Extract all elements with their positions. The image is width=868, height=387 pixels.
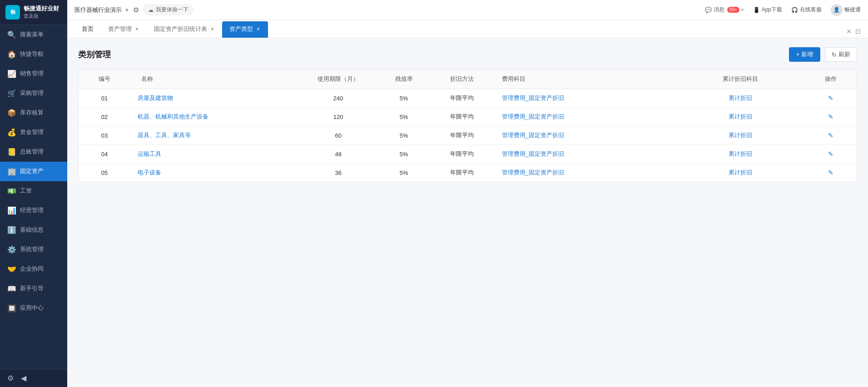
tab-home[interactable]: 首页 — [74, 21, 101, 38]
cell-action: ✎ — [805, 108, 857, 126]
message-badge: 99+ — [727, 7, 739, 13]
cell-period: 48 — [298, 145, 378, 164]
sidebar-item-sales[interactable]: 📈 销售管理 — [0, 64, 67, 84]
new-button[interactable]: + 新增 — [789, 47, 820, 62]
edit-icon[interactable]: ✎ — [828, 132, 833, 139]
page-title: 类别管理 — [78, 49, 111, 60]
close-tab-asset-mgmt[interactable]: × — [134, 26, 139, 32]
cell-accumulated: 累计折旧 — [675, 89, 805, 108]
mobile-icon: 📱 — [753, 7, 760, 13]
category-table: 编号 名称 使用期限（月） 残值率 折旧方法 费用科目 累计折旧科目 操作 01… — [78, 69, 857, 182]
app-download-button[interactable]: 📱 App下载 — [753, 6, 782, 14]
edit-icon[interactable]: ✎ — [828, 113, 833, 120]
cell-residual: 5% — [378, 108, 430, 126]
experience-button[interactable]: ☁ 我要体验一下 — [143, 4, 194, 15]
message-button[interactable]: 💬 消息 99+ + — [705, 6, 744, 14]
tabbar: 首页 资产管理 × 固定资产折旧统计表 × 资产类型 × ✕ ⊡ — [67, 20, 868, 38]
cell-method: 年限平均 — [430, 89, 494, 108]
apps-icon: 🔲 — [7, 304, 15, 313]
gear-icon[interactable]: ⚙ — [133, 6, 139, 14]
user-button[interactable]: 👤 畅捷通 — [831, 4, 861, 16]
sidebar-item-salary[interactable]: 💵 工资 — [0, 181, 67, 201]
sidebar-item-quicknav[interactable]: 🏠 快捷导航 — [0, 45, 67, 64]
sidebar: 畅 畅捷通好业财 普及版 🔍 搜索菜单 🏠 快捷导航 📈 销售管理 🛒 采购管理… — [0, 0, 67, 387]
system-icon: ⚙️ — [7, 245, 15, 254]
sidebar-item-label: 固定资产 — [20, 167, 44, 175]
table-row: 02 机器、机械和其他生产设备 120 5% 年限平均 管理费用_固定资产折旧 … — [79, 108, 857, 126]
table-body: 01 房屋及建筑物 240 5% 年限平均 管理费用_固定资产折旧 累计折旧 ✎… — [79, 89, 857, 182]
sidebar-item-apps[interactable]: 🔲 应用中心 — [0, 298, 67, 318]
tab-depreciation[interactable]: 固定资产折旧统计表 × — [147, 21, 222, 38]
sidebar-item-collab[interactable]: 🤝 企业协同 — [0, 259, 67, 279]
cell-expense: 管理费用_固定资产折旧 — [495, 145, 676, 164]
avatar: 👤 — [831, 4, 843, 16]
table-row: 03 器具、工具、家具等 60 5% 年限平均 管理费用_固定资产折旧 累计折旧… — [79, 126, 857, 145]
window-close-icon[interactable]: ✕ — [846, 28, 852, 35]
cell-id: 05 — [79, 164, 130, 182]
tab-depreciation-label: 固定资产折旧统计表 — [154, 25, 207, 33]
cell-expense: 管理费用_固定资产折旧 — [495, 108, 676, 126]
customer-service-button[interactable]: 🎧 在线客服 — [791, 6, 822, 14]
sidebar-item-basic[interactable]: ℹ️ 基础信息 — [0, 220, 67, 240]
tab-asset-type-label: 资产类型 — [229, 25, 253, 33]
company-selector[interactable]: 医疗器械行业演示 ▼ — [74, 6, 129, 14]
col-header-accumulated: 累计折旧科目 — [675, 69, 805, 89]
cell-period: 240 — [298, 89, 378, 108]
sidebar-item-inventory[interactable]: 📦 库存核算 — [0, 103, 67, 123]
settings-icon[interactable]: ⚙ — [7, 374, 14, 382]
sidebar-item-search[interactable]: 🔍 搜索菜单 — [0, 25, 67, 45]
cell-residual: 5% — [378, 126, 430, 145]
cell-method: 年限平均 — [430, 126, 494, 145]
sidebar-footer: ⚙ ◀ — [0, 369, 67, 387]
refresh-button[interactable]: ↻ 刷新 — [825, 47, 857, 62]
refresh-icon: ↻ — [832, 51, 837, 58]
cell-name: 运输工具 — [130, 145, 298, 164]
purchase-icon: 🛒 — [7, 89, 15, 98]
home-icon: 🏠 — [7, 50, 15, 59]
ledger-icon: 📒 — [7, 148, 15, 156]
sidebar-item-ledger[interactable]: 📒 总账管理 — [0, 142, 67, 162]
col-header-method: 折旧方法 — [430, 69, 494, 89]
tab-asset-type[interactable]: 资产类型 × — [222, 21, 268, 38]
sidebar-item-funds[interactable]: 💰 资金管理 — [0, 123, 67, 142]
col-header-action: 操作 — [805, 69, 857, 89]
sidebar-item-operation[interactable]: 📊 经营管理 — [0, 201, 67, 220]
funds-icon: 💰 — [7, 128, 15, 137]
app-title: 畅捷通好业财 — [24, 5, 59, 13]
sidebar-item-guide[interactable]: 📖 新手引导 — [0, 279, 67, 298]
app-subtitle: 普及版 — [24, 13, 59, 20]
sidebar-item-label: 搜索菜单 — [20, 30, 44, 39]
window-expand-icon[interactable]: ⊡ — [855, 28, 861, 35]
edit-icon[interactable]: ✎ — [828, 150, 833, 158]
sidebar-item-label: 快捷导航 — [20, 50, 44, 58]
sidebar-item-fixed[interactable]: 🏢 固定资产 — [0, 162, 67, 181]
cell-period: 36 — [298, 164, 378, 182]
tab-asset-mgmt-label: 资产管理 — [108, 25, 132, 33]
cell-name: 机器、机械和其他生产设备 — [130, 108, 298, 126]
table-row: 01 房屋及建筑物 240 5% 年限平均 管理费用_固定资产折旧 累计折旧 ✎ — [79, 89, 857, 108]
sidebar-item-label: 资金管理 — [20, 128, 44, 136]
logo-icon: 畅 — [5, 5, 20, 20]
search-icon: 🔍 — [7, 30, 15, 39]
cell-residual: 5% — [378, 164, 430, 182]
close-tab-asset-type[interactable]: × — [256, 26, 261, 32]
experience-label: 我要体验一下 — [156, 6, 188, 14]
sidebar-item-purchase[interactable]: 🛒 采购管理 — [0, 84, 67, 103]
collapse-icon[interactable]: ◀ — [21, 374, 26, 382]
close-tab-depreciation[interactable]: × — [210, 26, 215, 32]
message-icon: 💬 — [705, 7, 712, 13]
cell-expense: 管理费用_固定资产折旧 — [495, 126, 676, 145]
col-header-period: 使用期限（月） — [298, 69, 378, 89]
sidebar-item-label: 新手引导 — [20, 284, 44, 293]
sidebar-item-label: 销售管理 — [20, 69, 44, 78]
cell-period: 120 — [298, 108, 378, 126]
tab-asset-mgmt[interactable]: 资产管理 × — [101, 21, 147, 38]
sidebar-item-label: 经营管理 — [20, 206, 44, 214]
cell-residual: 5% — [378, 89, 430, 108]
edit-icon[interactable]: ✎ — [828, 94, 833, 102]
user-label: 畅捷通 — [844, 6, 861, 14]
window-controls: ✕ ⊡ — [846, 28, 861, 38]
edit-icon[interactable]: ✎ — [828, 169, 833, 176]
sidebar-item-system[interactable]: ⚙️ 系统管理 — [0, 240, 67, 259]
main-area: 医疗器械行业演示 ▼ ⚙ ☁ 我要体验一下 💬 消息 99+ + 📱 App下载… — [67, 0, 868, 387]
